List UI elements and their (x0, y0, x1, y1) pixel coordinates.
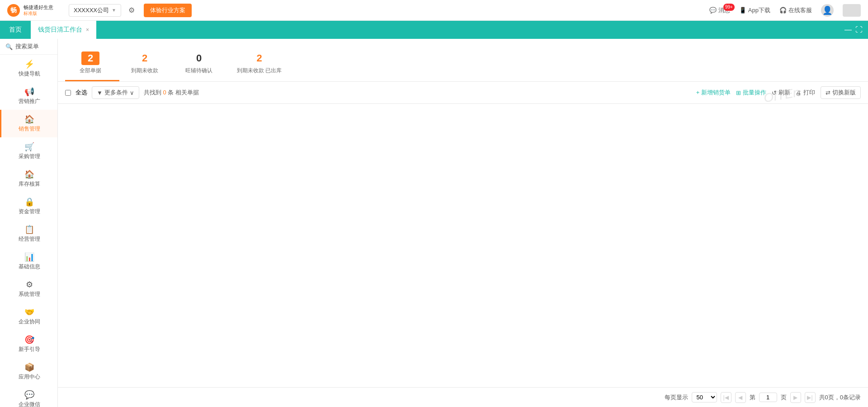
stat-card-overdue[interactable]: 2 到期未收款 (119, 46, 174, 81)
stat-label-overdue: 到期未收款 (131, 67, 158, 75)
messages-badge: 99+ (723, 4, 735, 11)
messages-button[interactable]: 💬 消息 99+ (709, 6, 730, 14)
main-layout: 🔍 搜索菜单 ⚡ 快捷导航 📢 营销推广 🏠 销售管理 🛒 采购管理 🏠 库存核… (0, 39, 868, 407)
top-right-actions: 💬 消息 99+ 📱 App下载 🎧 在线客服 👤 (709, 4, 861, 17)
page-size-select[interactable]: 50 20 100 (692, 392, 717, 402)
quick-nav-icon: ⚡ (24, 60, 34, 68)
wechat-icon: 💬 (24, 391, 34, 399)
prev-page-button[interactable]: ◀ (735, 392, 746, 403)
refresh-button[interactable]: ↺ 刷新 (772, 89, 790, 97)
tab-bar-right: — ⛶ (844, 26, 868, 34)
found-text: 共找到 0 条 相关单据 (144, 89, 199, 97)
sales-icon: 🏠 (24, 115, 34, 123)
sidebar: 🔍 搜索菜单 ⚡ 快捷导航 📢 营销推广 🏠 销售管理 🛒 采购管理 🏠 库存核… (0, 39, 58, 407)
found-count: 0 (163, 89, 166, 96)
avatar[interactable]: 👤 (821, 4, 834, 17)
app-download-button[interactable]: 📱 App下载 (739, 6, 770, 14)
enterprise-icon: 🤝 (24, 308, 34, 316)
stat-number-overdue: 2 (136, 51, 154, 65)
stats-row: 2 全部单据 2 到期未收款 0 旺辅待确认 2 到期未收款 已出库 (58, 39, 868, 82)
stat-card-pending[interactable]: 0 旺辅待确认 (174, 46, 228, 81)
pagination: 每页显示 50 20 100 |◀ ◀ 第 页 ▶ ▶| 共0页，0条记录 (58, 387, 868, 407)
filter-icon: ▼ (97, 89, 103, 96)
print-button[interactable]: 🖨 打印 (796, 89, 815, 97)
top-bar: 畅 畅捷通好生意 标准版 XXXXXX公司 ▼ ⚙ 体验行业方案 💬 消息 99… (0, 0, 868, 21)
service-icon: 🎧 (779, 7, 787, 14)
stat-label-pending: 旺辅待确认 (185, 67, 212, 75)
sidebar-item-sales[interactable]: 🏠 销售管理 (0, 110, 57, 137)
sidebar-item-app-center[interactable]: 📦 应用中心 (0, 358, 57, 385)
sidebar-item-basic-info[interactable]: 📊 基础信息 (0, 248, 57, 275)
select-all-checkbox[interactable] (65, 90, 71, 96)
sidebar-item-marketing[interactable]: 📢 营销推广 (0, 82, 57, 110)
company-selector[interactable]: XXXXXX公司 ▼ (69, 4, 121, 17)
stat-number-pending: 0 (190, 51, 208, 65)
logo-text: 畅捷通好生意 标准版 (24, 4, 53, 16)
message-icon: 💬 (709, 7, 717, 14)
sidebar-item-guide[interactable]: 🎯 新手引导 (0, 330, 57, 358)
switch-icon: ⇄ (826, 89, 830, 96)
guide-icon: 🎯 (24, 336, 34, 344)
batch-icon: ⊞ (736, 89, 741, 96)
per-page-label: 每页显示 (665, 393, 688, 402)
sidebar-item-enterprise[interactable]: 🤝 企业协同 (0, 303, 57, 330)
stat-number-all: 2 (81, 51, 99, 65)
toolbar: 全选 ▼ 更多条件 ∨ 共找到 0 条 相关单据 + 新增销货单 ⊞ 批量操作 (58, 82, 868, 104)
logo-icon: 畅 (7, 4, 20, 17)
select-all-label: 全选 (75, 89, 87, 97)
next-page-button[interactable]: ▶ (790, 392, 801, 403)
search-menu-area[interactable]: 🔍 搜索菜单 (0, 39, 57, 55)
tab-minimize-icon[interactable]: — (844, 26, 852, 34)
sidebar-item-quick-nav[interactable]: ⚡ 快捷导航 (0, 55, 57, 82)
toolbar-right: + 新增销货单 ⊞ 批量操作 ↺ 刷新 🖨 打印 ⇄ 切换新版 (696, 86, 861, 99)
sidebar-item-wechat[interactable]: 💬 企业微信 (0, 385, 57, 407)
stat-card-all[interactable]: 2 全部单据 (65, 46, 119, 81)
settings-button[interactable]: ⚙ (125, 4, 138, 17)
stat-card-out-of-stock[interactable]: 2 到期未收款 已出库 (228, 46, 294, 81)
operations-icon: 📋 (24, 225, 34, 234)
gear-icon: ⚙ (128, 6, 135, 14)
refresh-icon: ↺ (772, 89, 777, 96)
page-number-input[interactable] (759, 393, 777, 402)
add-sales-order-button[interactable]: + 新增销货单 (696, 89, 731, 97)
stat-label-out-of-stock: 到期未收款 已出库 (237, 67, 282, 75)
logo-area: 畅 畅捷通好生意 标准版 (7, 4, 65, 17)
dropdown-arrow-icon: ▼ (112, 8, 116, 13)
total-info: 共0页，0条记录 (819, 393, 861, 402)
system-icon: ⚙ (26, 281, 33, 289)
stat-label-all: 全部单据 (80, 67, 101, 75)
inventory-icon: 🏠 (24, 170, 34, 178)
app-center-icon: 📦 (24, 363, 34, 371)
tab-bar: 首页 钱货日清工作台 × — ⛶ (0, 21, 868, 39)
batch-operations-button[interactable]: ⊞ 批量操作 (736, 89, 766, 97)
online-service-button[interactable]: 🎧 在线客服 (779, 6, 812, 14)
filter-button[interactable]: ▼ 更多条件 ∨ (92, 86, 139, 99)
basic-info-icon: 📊 (24, 253, 34, 261)
search-icon: 🔍 (5, 43, 13, 50)
finance-icon: 🔒 (24, 198, 34, 206)
print-icon: 🖨 (796, 89, 802, 96)
sidebar-item-finance[interactable]: 🔒 资金管理 (0, 192, 57, 220)
sidebar-item-system[interactable]: ⚙ 系统管理 (0, 275, 57, 303)
sidebar-item-purchase[interactable]: 🛒 采购管理 (0, 137, 57, 165)
download-icon: 📱 (739, 7, 746, 14)
tab-active[interactable]: 钱货日清工作台 × (31, 21, 96, 39)
switch-version-button[interactable]: ⇄ 切换新版 (821, 86, 861, 99)
marketing-icon: 📢 (24, 88, 34, 96)
trial-button[interactable]: 体验行业方案 (144, 4, 192, 17)
last-page-button[interactable]: ▶| (805, 392, 816, 403)
tab-expand-icon[interactable]: ⛶ (855, 26, 863, 34)
tab-home[interactable]: 首页 (0, 21, 31, 39)
content-area: 2 全部单据 2 到期未收款 0 旺辅待确认 2 到期未收款 已出库 全选 (58, 39, 868, 407)
user-name-area (843, 4, 861, 17)
toolbar-left: 全选 ▼ 更多条件 ∨ 共找到 0 条 相关单据 (65, 86, 691, 99)
purchase-icon: 🛒 (24, 143, 34, 151)
sidebar-item-inventory[interactable]: 🏠 库存核算 (0, 165, 57, 192)
table-area (58, 104, 868, 387)
sidebar-item-operations[interactable]: 📋 经营管理 (0, 220, 57, 248)
stat-number-out-of-stock: 2 (250, 51, 269, 65)
first-page-button[interactable]: |◀ (721, 392, 731, 403)
tab-close-icon[interactable]: × (86, 27, 89, 33)
